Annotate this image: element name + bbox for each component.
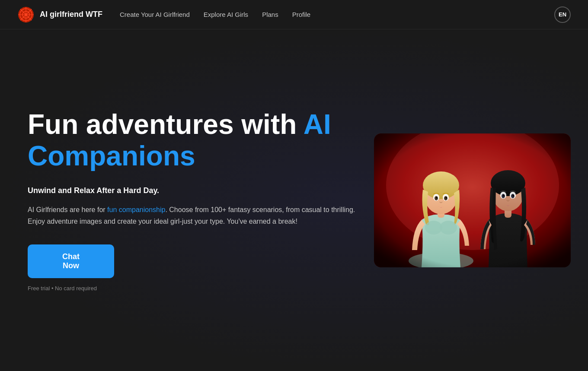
- hero-image: [374, 133, 571, 267]
- hero-section: Fun adventures with AICompanions Unwind …: [0, 29, 588, 371]
- nav-link-profile[interactable]: Profile: [292, 11, 311, 18]
- hero-footnote: Free trial • No card required: [28, 285, 365, 292]
- hero-subtitle: Unwind and Relax After a Hard Day.: [28, 186, 365, 195]
- nav-links: Create Your AI Girlfriend Explore AI Gir…: [120, 11, 554, 18]
- hero-title: Fun adventures with AICompanions: [28, 109, 365, 172]
- hero-content: Fun adventures with AICompanions Unwind …: [28, 109, 365, 292]
- women-illustration: [374, 133, 571, 267]
- hero-description: AI Girlfriends are here for fun companio…: [28, 204, 356, 227]
- hero-companions-text: Companions: [28, 140, 195, 171]
- hero-desc-link: fun companionship: [107, 206, 165, 213]
- navbar: AI girlfriend WTF Create Your AI Girlfri…: [0, 0, 588, 29]
- hero-title-plain: Fun adventures with: [28, 109, 304, 140]
- logo-group[interactable]: AI girlfriend WTF: [17, 6, 102, 23]
- logo-icon: [17, 6, 35, 23]
- svg-rect-31: [374, 133, 571, 267]
- nav-link-plans[interactable]: Plans: [262, 11, 278, 18]
- language-button[interactable]: EN: [554, 6, 571, 23]
- nav-link-create[interactable]: Create Your AI Girlfriend: [120, 11, 190, 18]
- chat-now-button[interactable]: Chat Now: [28, 244, 114, 278]
- nav-link-explore[interactable]: Explore AI Girls: [204, 11, 248, 18]
- hero-desc-prefix: AI Girlfriends are here for: [28, 206, 107, 213]
- brand-name: AI girlfriend WTF: [40, 10, 102, 19]
